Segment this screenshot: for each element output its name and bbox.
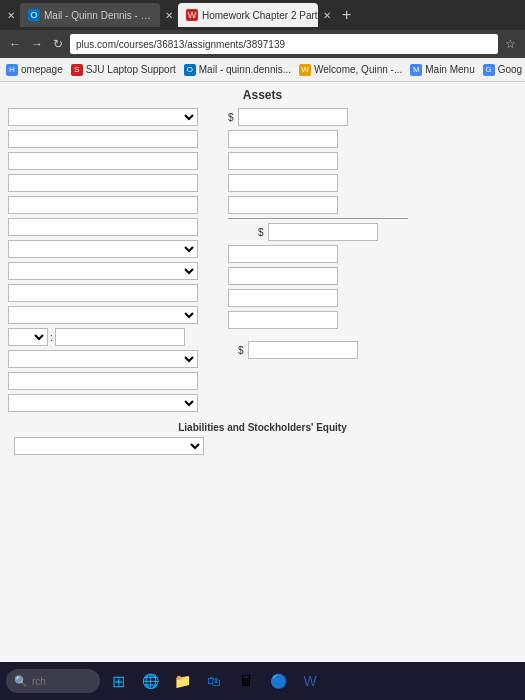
bookmark-homepage-label: omepage (21, 64, 63, 75)
bookmark-mainmenu[interactable]: M Main Menu (410, 64, 474, 76)
new-tab-button[interactable]: + (336, 6, 357, 24)
right-row-4 (228, 174, 517, 192)
right-row-3 (228, 152, 517, 170)
bookmark-bar: H omepage S SJU Laptop Support O Mail - … (0, 58, 525, 82)
left-row-2 (8, 130, 218, 148)
left-row-14 (8, 394, 218, 412)
tab-homework[interactable]: W Homework Chapter 2 Part 1 (178, 3, 318, 27)
right-row-8 (228, 267, 517, 285)
left-row-6 (8, 218, 218, 236)
left-row-9 (8, 284, 218, 302)
input-left-11[interactable] (55, 328, 185, 346)
bookmark-google-label: Goog (498, 64, 522, 75)
right-input-9[interactable] (228, 289, 338, 307)
select-bottom-1[interactable] (14, 437, 204, 455)
dollar-sign-1: $ (228, 112, 234, 123)
taskbar-chrome-icon[interactable]: 🔵 (264, 667, 292, 695)
right-row-5 (228, 196, 517, 214)
select-2[interactable] (8, 240, 198, 258)
tab-homework-label: Homework Chapter 2 Part 1 (202, 10, 318, 21)
page-title: Assets (8, 88, 517, 102)
left-row-11: : (8, 328, 218, 346)
select-3[interactable] (8, 262, 198, 280)
tab-mail-icon: O (28, 9, 40, 21)
input-left-13[interactable] (8, 372, 198, 390)
bookmark-welcome-label: Welcome, Quinn -... (314, 64, 402, 75)
taskbar-calc-icon[interactable]: 🖩 (232, 667, 260, 695)
tab-homework-icon: W (186, 9, 198, 21)
forward-button[interactable]: → (28, 37, 46, 51)
input-left-4[interactable] (8, 174, 198, 192)
left-row-8 (8, 262, 218, 280)
bookmark-mainmenu-label: Main Menu (425, 64, 474, 75)
bookmark-homepage-icon: H (6, 64, 18, 76)
bookmark-button[interactable]: ☆ (502, 37, 519, 51)
right-row-1: $ (228, 108, 517, 126)
close-tab-active-btn[interactable]: ✕ (320, 10, 334, 21)
left-row-10 (8, 306, 218, 324)
bookmark-welcome-icon: W (299, 64, 311, 76)
right-input-3[interactable] (228, 152, 338, 170)
input-left-5[interactable] (8, 196, 198, 214)
taskbar-file-icon[interactable]: 📁 (168, 667, 196, 695)
select-1[interactable] (8, 108, 198, 126)
section-label: Liabilities and Stockholders' Equity (8, 422, 517, 433)
right-row-10 (228, 311, 517, 329)
select-small-5[interactable] (8, 328, 48, 346)
left-row-13 (8, 372, 218, 390)
left-row-7 (8, 240, 218, 258)
close-tab-2-btn[interactable]: ✕ (162, 10, 176, 21)
bookmark-sjulaptop-icon: S (71, 64, 83, 76)
right-input-1[interactable] (238, 108, 348, 126)
bookmark-welcome[interactable]: W Welcome, Quinn -... (299, 64, 402, 76)
right-input-4[interactable] (228, 174, 338, 192)
left-row-1 (8, 108, 218, 126)
bookmark-google-icon: G (483, 64, 495, 76)
select-4[interactable] (8, 306, 198, 324)
taskbar-search-input[interactable] (32, 676, 92, 687)
tab-mail[interactable]: O Mail - Quinn Dennis - Outlook (20, 3, 160, 27)
page-content: Assets (0, 82, 525, 662)
right-input-8[interactable] (228, 267, 338, 285)
address-bar-row: ← → ↻ ☆ (0, 30, 525, 58)
taskbar-store-icon[interactable]: 🛍 (200, 667, 228, 695)
form-section: : $ (8, 108, 517, 416)
select-6[interactable] (8, 350, 198, 368)
bookmark-mail[interactable]: O Mail - quinn.dennis... (184, 64, 291, 76)
input-left-2[interactable] (8, 130, 198, 148)
bookmark-mainmenu-icon: M (410, 64, 422, 76)
input-left-3[interactable] (8, 152, 198, 170)
right-row-9 (228, 289, 517, 307)
taskbar-word-icon[interactable]: W (296, 667, 324, 695)
bookmark-sjulaptop[interactable]: S SJU Laptop Support (71, 64, 176, 76)
bookmark-google[interactable]: G Goog (483, 64, 522, 76)
select-7[interactable] (8, 394, 198, 412)
dollar-sign-2: $ (258, 227, 264, 238)
right-input-7[interactable] (228, 245, 338, 263)
reload-button[interactable]: ↻ (50, 37, 66, 51)
input-left-6[interactable] (8, 218, 198, 236)
taskbar-search[interactable]: 🔍 (6, 669, 100, 693)
close-tab-1-btn[interactable]: ✕ (4, 10, 18, 21)
input-left-9[interactable] (8, 284, 198, 302)
bookmark-mail-label: Mail - quinn.dennis... (199, 64, 291, 75)
tab-bar: ✕ O Mail - Quinn Dennis - Outlook ✕ W Ho… (0, 0, 525, 30)
bottom-row-1 (8, 437, 517, 455)
search-icon: 🔍 (14, 675, 28, 688)
right-input-10[interactable] (228, 311, 338, 329)
right-row-2 (228, 130, 517, 148)
tab-mail-label: Mail - Quinn Dennis - Outlook (44, 10, 152, 21)
right-column: $ $ (228, 108, 517, 416)
taskbar: 🔍 ⊞ 🌐 📁 🛍 🖩 🔵 W (0, 662, 525, 700)
divider-line-1 (228, 218, 408, 219)
bookmark-homepage[interactable]: H omepage (6, 64, 63, 76)
right-input-5[interactable] (228, 196, 338, 214)
right-input-2[interactable] (228, 130, 338, 148)
taskbar-edge-icon[interactable]: 🌐 (136, 667, 164, 695)
taskbar-windows-button[interactable]: ⊞ (104, 667, 132, 695)
right-row-7 (228, 245, 517, 263)
right-input-12[interactable] (248, 341, 358, 359)
back-button[interactable]: ← (6, 37, 24, 51)
address-input[interactable] (70, 34, 498, 54)
right-input-6[interactable] (268, 223, 378, 241)
